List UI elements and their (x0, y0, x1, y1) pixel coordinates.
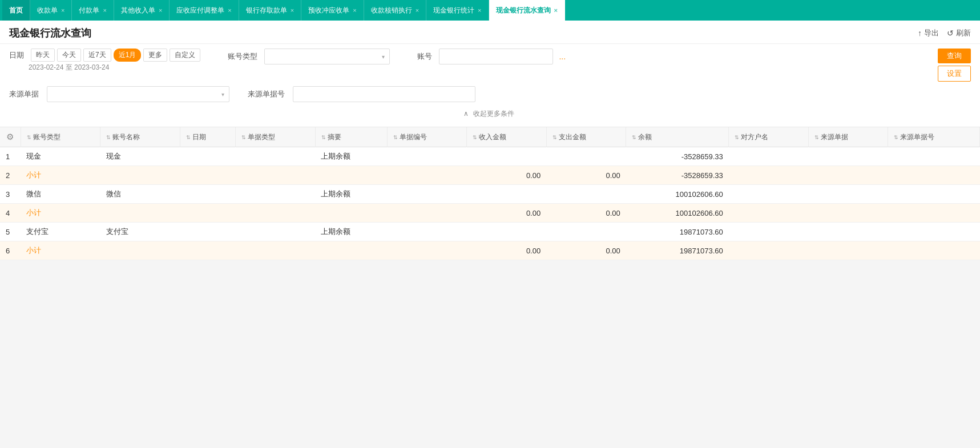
cell-income (467, 147, 547, 166)
date-btn-more[interactable]: 更多 (143, 49, 167, 62)
table-row: 5支付宝支付宝上期余额19871073.60 (0, 223, 980, 241)
col-header-account_name[interactable]: ⇅账号名称 (100, 127, 180, 147)
date-btn-1month[interactable]: 近1月 (114, 49, 142, 62)
col-header-doc_type[interactable]: ⇅单据类型 (236, 127, 316, 147)
date-btn-custom[interactable]: 自定义 (170, 49, 200, 62)
cell-date (180, 147, 236, 166)
account-ellipsis-icon[interactable]: ... (559, 52, 566, 61)
tab-close-icon[interactable]: × (416, 7, 419, 14)
cell-summary: 上期余额 (315, 147, 387, 166)
col-header-counterpart[interactable]: ⇅对方户名 (729, 127, 809, 147)
tab-close-icon[interactable]: × (103, 7, 106, 14)
tab-close-icon[interactable]: × (159, 7, 162, 14)
cell-doc_type (236, 223, 316, 241)
table-body: 1现金现金上期余额-3528659.332小计0.000.00-3528659.… (0, 147, 980, 260)
cell-doc_no (387, 147, 467, 166)
col-header-source_doc[interactable]: ⇅来源单据 (808, 127, 888, 147)
cell-summary: 上期余额 (315, 223, 387, 241)
account-type-select[interactable]: ▾ (264, 49, 390, 64)
cell-no: 5 (0, 223, 21, 241)
nav-tab-银行存取款单[interactable]: 银行存取款单× (239, 0, 301, 21)
nav-tab-付款单[interactable]: 付款单× (72, 0, 114, 21)
cell-expense: 0.00 (546, 241, 626, 260)
tab-close-icon[interactable]: × (353, 7, 356, 14)
sort-icon-summary: ⇅ (321, 135, 326, 140)
col-header-expense[interactable]: ⇅支出金额 (546, 127, 626, 147)
col-header-source_doc_no[interactable]: ⇅来源单据号 (888, 127, 980, 147)
source-doc-select[interactable]: ▾ (47, 86, 229, 102)
cell-account_name (100, 204, 180, 223)
nav-home[interactable]: 首页 (2, 0, 30, 21)
filter-block: 日期 昨天 今天 近7天 近1月 更多 自定义 2023-02-24 至 202… (0, 44, 980, 127)
export-button[interactable]: ↑ 导出 (918, 28, 939, 38)
cell-date (180, 166, 236, 185)
query-button[interactable]: 查询 (938, 49, 971, 63)
tab-close-icon[interactable]: × (554, 7, 558, 14)
cell-account_name: 现金 (100, 147, 180, 166)
source-doc-no-input[interactable] (293, 86, 475, 102)
cell-summary (315, 166, 387, 185)
cell-doc_no (387, 185, 467, 204)
account-type-label: 账号类型 (228, 51, 257, 62)
account-input[interactable] (439, 49, 553, 64)
refresh-button[interactable]: ↺ 刷新 (947, 28, 971, 38)
sort-icon-balance: ⇅ (632, 135, 636, 140)
tab-close-icon[interactable]: × (291, 7, 294, 14)
date-btn-7days[interactable]: 近7天 (83, 49, 111, 62)
col-header-date[interactable]: ⇅日期 (180, 127, 236, 147)
cell-source_doc (808, 241, 888, 260)
cell-counterpart (729, 185, 809, 204)
cell-expense (546, 185, 626, 204)
cell-balance: -3528659.33 (626, 147, 729, 166)
cell-counterpart (729, 241, 809, 260)
nav-tab-收款单[interactable]: 收款单× (30, 0, 72, 21)
nav-tab-应收应付调整单[interactable]: 应收应付调整单× (170, 0, 239, 21)
cell-summary: 上期余额 (315, 185, 387, 204)
cell-summary (315, 204, 387, 223)
table-header: ⚙⇅账号类型⇅账号名称⇅日期⇅单据类型⇅摘要⇅单据编号⇅收入金额⇅支出金额⇅余额… (0, 127, 980, 147)
tab-close-icon[interactable]: × (478, 7, 481, 14)
page-title: 现金银行流水查询 (9, 26, 91, 40)
settings-button[interactable]: 设置 (938, 66, 971, 82)
cell-account_type: 小计 (21, 241, 100, 260)
data-table: ⚙⇅账号类型⇅账号名称⇅日期⇅单据类型⇅摘要⇅单据编号⇅收入金额⇅支出金额⇅余额… (0, 127, 980, 260)
cell-no: 3 (0, 185, 21, 204)
date-options: 昨天 今天 近7天 近1月 更多 自定义 (31, 49, 200, 62)
collapse-bar[interactable]: ∧ 收起更多条件 (9, 107, 971, 122)
nav-tab-预收冲应收单[interactable]: 预收冲应收单× (301, 0, 364, 21)
cell-doc_no (387, 223, 467, 241)
col-header-doc_no[interactable]: ⇅单据编号 (387, 127, 467, 147)
cell-source_doc (808, 185, 888, 204)
cell-source_doc (808, 166, 888, 185)
cell-account_type: 支付宝 (21, 223, 100, 241)
nav-tab-其他收入单[interactable]: 其他收入单× (114, 0, 170, 21)
sort-icon-counterpart: ⇅ (735, 135, 739, 140)
nav-tab-收款核销执行[interactable]: 收款核销执行× (364, 0, 426, 21)
cell-counterpart (729, 223, 809, 241)
cell-income: 0.00 (467, 166, 547, 185)
nav-tab-现金银行统计[interactable]: 现金银行统计× (426, 0, 489, 21)
tab-close-icon[interactable]: × (61, 7, 64, 14)
cell-account_name (100, 241, 180, 260)
cell-balance: 19871073.60 (626, 223, 729, 241)
source-doc-no-label: 来源单据号 (248, 89, 285, 99)
tab-close-icon[interactable]: × (228, 7, 231, 14)
cell-income (467, 223, 547, 241)
nav-tab-现金银行流水查询[interactable]: 现金银行流水查询× (489, 0, 565, 21)
date-btn-today[interactable]: 今天 (57, 49, 81, 62)
cell-source_doc_no (888, 185, 980, 204)
sort-icon-doc_no: ⇅ (393, 135, 398, 140)
date-btn-yesterday[interactable]: 昨天 (31, 49, 55, 62)
col-header-account_type[interactable]: ⇅账号类型 (21, 127, 100, 147)
cell-counterpart (729, 204, 809, 223)
cell-balance: 100102606.60 (626, 185, 729, 204)
col-header-income[interactable]: ⇅收入金额 (467, 127, 547, 147)
sort-icon-doc_type: ⇅ (241, 135, 246, 140)
cell-account_type: 微信 (21, 185, 100, 204)
cell-counterpart (729, 147, 809, 166)
col-header-balance[interactable]: ⇅余额 (626, 127, 729, 147)
col-header-summary[interactable]: ⇅摘要 (315, 127, 387, 147)
cell-no: 2 (0, 166, 21, 185)
cell-doc_no (387, 204, 467, 223)
table-settings-icon[interactable]: ⚙ (6, 132, 14, 142)
